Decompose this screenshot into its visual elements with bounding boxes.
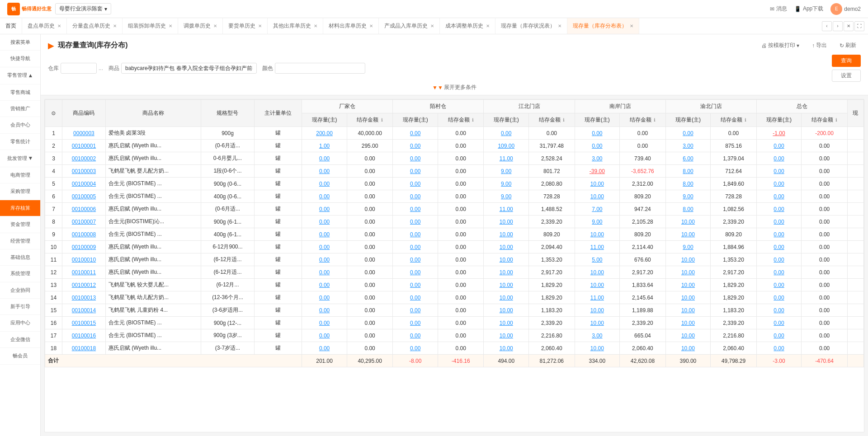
sidebar-item-search[interactable]: 搜索英单 bbox=[0, 34, 40, 51]
print-btn[interactable]: 🖨 按模板打印 ▾ bbox=[757, 40, 804, 51]
cell-yubei-qty[interactable]: 10.00 bbox=[665, 228, 711, 241]
nav-expand-btn[interactable]: ⛶ bbox=[854, 21, 864, 31]
cell-nanac-qty[interactable]: 10.00 bbox=[575, 266, 620, 279]
cell-nanac-qty[interactable]: 9.00 bbox=[575, 216, 620, 228]
tab-cost-adjust[interactable]: 成本调整单历史 ✕ bbox=[440, 18, 495, 34]
cell-changc-qty[interactable]: 0.00 bbox=[302, 165, 347, 178]
cell-yubei-qty[interactable]: 3.00 bbox=[665, 140, 711, 152]
cell-jiangb-qty[interactable]: 9.00 bbox=[484, 190, 529, 203]
cell-code[interactable]: 00100016 bbox=[62, 329, 106, 342]
cell-code[interactable]: 00100003 bbox=[62, 165, 106, 178]
cell-muc-qty[interactable]: 0.00 bbox=[393, 241, 438, 253]
cell-total-qty[interactable]: 0.00 bbox=[756, 266, 802, 279]
expand-sidebar-btn[interactable]: ▶ bbox=[48, 41, 54, 51]
cell-nanac-qty[interactable]: 10.00 bbox=[575, 279, 620, 291]
cell-yubei-qty[interactable]: 10.00 bbox=[665, 216, 711, 228]
close-cost-adjust[interactable]: ✕ bbox=[486, 23, 490, 28]
cell-yubei-qty[interactable]: 10.00 bbox=[665, 342, 711, 355]
cell-changc-qty[interactable]: 0.00 bbox=[302, 216, 347, 228]
cell-total-qty[interactable]: 0.00 bbox=[756, 216, 802, 228]
cell-nanac-qty[interactable]: -39.00 bbox=[575, 165, 620, 178]
cell-total-qty[interactable]: 0.00 bbox=[756, 203, 802, 216]
sidebar-item-mall[interactable]: 零售商城 bbox=[0, 84, 40, 101]
warehouse-dots[interactable]: ... bbox=[99, 65, 103, 71]
tab-stock-status[interactable]: 现存量（库存状况表） ✕ bbox=[495, 18, 567, 34]
cell-changc-qty[interactable]: 0.00 bbox=[302, 304, 347, 317]
sidebar-item-purchase[interactable]: 采购管理 bbox=[0, 183, 40, 200]
cell-jiangb-qty[interactable]: 10.00 bbox=[484, 241, 529, 253]
cell-total-qty[interactable]: 0.00 bbox=[756, 342, 802, 355]
sidebar-item-system[interactable]: 系统管理 bbox=[0, 266, 40, 282]
cell-total-qty[interactable]: 0.00 bbox=[756, 329, 802, 342]
cell-yubei-qty[interactable]: 0.00 bbox=[665, 127, 711, 140]
info-yubei[interactable]: ℹ bbox=[745, 117, 746, 122]
cell-jiangb-qty[interactable]: 10.00 bbox=[484, 253, 529, 266]
cell-code[interactable]: 00100009 bbox=[62, 241, 106, 253]
cell-yubei-qty[interactable]: 10.00 bbox=[665, 266, 711, 279]
cell-code[interactable]: 00100006 bbox=[62, 203, 106, 216]
cell-nanac-qty[interactable]: 3.00 bbox=[575, 329, 620, 342]
tab-stocktake[interactable]: 盘点单历史 ✕ bbox=[22, 18, 67, 34]
cell-jiangb-qty[interactable]: 10.00 bbox=[484, 291, 529, 304]
cell-total-qty[interactable]: 0.00 bbox=[756, 152, 802, 165]
cell-code[interactable]: 00100005 bbox=[62, 190, 106, 203]
cell-muc-qty[interactable]: 0.00 bbox=[393, 127, 438, 140]
cell-nanac-qty[interactable]: 11.00 bbox=[575, 291, 620, 304]
cell-yubei-qty[interactable]: 6.00 bbox=[665, 152, 711, 165]
tab-stock-dist[interactable]: 现存量（库存分布表） ✕ bbox=[567, 18, 639, 34]
color-input[interactable] bbox=[275, 63, 365, 74]
cell-muc-qty[interactable]: 0.00 bbox=[393, 253, 438, 266]
cell-total-qty[interactable]: 0.00 bbox=[756, 279, 802, 291]
expand-filter-btn[interactable]: ▼▼ 展开更多条件 bbox=[429, 84, 480, 91]
cell-total-qty[interactable]: 0.00 bbox=[756, 291, 802, 304]
close-stock-status[interactable]: ✕ bbox=[558, 23, 561, 28]
cell-changc-qty[interactable]: 0.00 bbox=[302, 279, 347, 291]
setting-btn[interactable]: 设置 bbox=[832, 70, 861, 82]
cell-muc-qty[interactable]: 0.00 bbox=[393, 190, 438, 203]
cell-jiangb-qty[interactable]: 10.00 bbox=[484, 228, 529, 241]
cell-jiangb-qty[interactable]: 10.00 bbox=[484, 317, 529, 329]
cell-code[interactable]: 00100018 bbox=[62, 342, 106, 355]
cell-jiangb-qty[interactable]: 10.00 bbox=[484, 329, 529, 342]
cell-muc-qty[interactable]: 0.00 bbox=[393, 317, 438, 329]
cell-nanac-qty[interactable]: 10.00 bbox=[575, 317, 620, 329]
cell-code[interactable]: 00100007 bbox=[62, 216, 106, 228]
cell-nanac-qty[interactable]: 10.00 bbox=[575, 304, 620, 317]
th-gear[interactable]: ⚙ bbox=[45, 100, 62, 127]
info-total[interactable]: ℹ bbox=[835, 117, 837, 122]
cell-jiangb-qty[interactable]: 9.00 bbox=[484, 178, 529, 190]
cell-yubei-qty[interactable]: 8.00 bbox=[665, 178, 711, 190]
user-area[interactable]: E demo2 bbox=[830, 3, 861, 15]
sidebar-item-operation[interactable]: 经营管理 bbox=[0, 233, 40, 249]
table-wrapper[interactable]: ⚙ 商品编码 商品名称 规格型号 主计量单位 厂家仓 陌村仓 江北门店 南岸门店… bbox=[44, 99, 864, 432]
cell-total-qty[interactable]: 0.00 bbox=[756, 304, 802, 317]
cell-nanac-qty[interactable]: 11.00 bbox=[575, 241, 620, 253]
cell-yubei-qty[interactable]: 10.00 bbox=[665, 304, 711, 317]
info-muc[interactable]: ℹ bbox=[472, 117, 474, 122]
gear-icon[interactable]: ⚙ bbox=[51, 110, 56, 117]
query-btn[interactable]: 查询 bbox=[832, 55, 861, 67]
org-selector[interactable]: 母婴行业演示陈套 ▾ bbox=[55, 3, 111, 14]
warehouse-input[interactable] bbox=[61, 63, 97, 74]
tab-other-out[interactable]: 其他出库单历史 ✕ bbox=[268, 18, 323, 34]
cell-jiangb-qty[interactable]: 9.00 bbox=[484, 165, 529, 178]
sidebar-item-app-center[interactable]: 应用中心 bbox=[0, 315, 40, 331]
sidebar-item-wechat[interactable]: 企业微信 bbox=[0, 332, 40, 348]
cell-changc-qty[interactable]: 0.00 bbox=[302, 342, 347, 355]
info-nanac[interactable]: ℹ bbox=[654, 117, 656, 122]
cell-jiangb-qty[interactable]: 0.00 bbox=[484, 127, 529, 140]
cell-code[interactable]: 00100010 bbox=[62, 253, 106, 266]
cell-total-qty[interactable]: 0.00 bbox=[756, 228, 802, 241]
cell-changc-qty[interactable]: 0.00 bbox=[302, 241, 347, 253]
cell-code[interactable]: 00100015 bbox=[62, 317, 106, 329]
cell-total-qty[interactable]: 0.00 bbox=[756, 190, 802, 203]
export-btn[interactable]: ↑ 导出 bbox=[807, 40, 831, 51]
cell-yubei-qty[interactable]: 9.00 bbox=[665, 190, 711, 203]
cell-changc-qty[interactable]: 1.00 bbox=[302, 140, 347, 152]
cell-total-qty[interactable]: 0.00 bbox=[756, 165, 802, 178]
cell-changc-qty[interactable]: 0.00 bbox=[302, 317, 347, 329]
tab-partial[interactable]: 分量盘点单历史 ✕ bbox=[67, 18, 123, 34]
sidebar-item-nav[interactable]: 快捷导航 bbox=[0, 51, 40, 67]
cell-code[interactable]: 00100011 bbox=[62, 266, 106, 279]
cell-muc-qty[interactable]: 0.00 bbox=[393, 140, 438, 152]
